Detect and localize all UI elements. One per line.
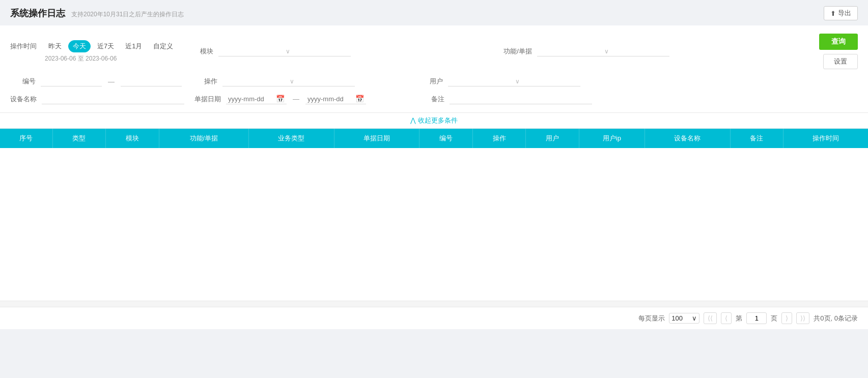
total-info: 共0页, 0条记录 — [814, 314, 858, 323]
feature-select[interactable]: ∨ — [537, 47, 669, 56]
per-page-value: 100 — [671, 314, 683, 322]
header-left: 系统操作日志 支持2020年10月31日之后产生的操作日志 — [10, 7, 184, 19]
table-header-row: 序号 类型 模块 功能/单据 业务类型 单据日期 编号 操作 用户 用户ip 设… — [0, 129, 868, 148]
col-seq: 序号 — [0, 129, 52, 148]
scrollbar-inner — [0, 301, 868, 302]
col-biz-type: 业务类型 — [249, 129, 334, 148]
doc-date-filter: 单据日期 📅 — 📅 — [194, 94, 409, 104]
col-operation: 操作 — [472, 129, 525, 148]
page-title: 系统操作日志 — [10, 7, 65, 19]
time-btn-1month[interactable]: 近1月 — [121, 40, 147, 52]
user-select[interactable]: ∨ — [448, 77, 580, 86]
user-arrow-icon: ∨ — [515, 78, 578, 85]
module-select[interactable]: ∨ — [218, 47, 351, 56]
date-end-input[interactable] — [307, 95, 353, 103]
export-icon: ⬆ — [830, 10, 836, 17]
col-user-ip: 用户ip — [579, 129, 645, 148]
query-button[interactable]: 查询 — [819, 34, 858, 50]
time-btn-today[interactable]: 今天 — [68, 40, 91, 52]
remark-label: 备注 — [419, 95, 450, 104]
page-first-button[interactable]: ⟨⟨ — [704, 312, 717, 324]
date-start-wrap: 📅 — [226, 94, 287, 104]
time-range-display: 2023-06-06 至 2023-06-06 — [45, 55, 117, 62]
page-label: 第 — [736, 314, 742, 323]
per-page-label: 每页显示 — [638, 314, 665, 323]
page-number-input[interactable] — [746, 312, 767, 324]
time-filter: 操作时间 昨天 今天 近7天 近1月 自定义 2023-06-06 至 2023… — [10, 40, 178, 63]
filter-panel: 操作时间 昨天 今天 近7天 近1月 自定义 2023-06-06 至 2023… — [0, 25, 868, 113]
empty-area — [0, 148, 868, 301]
page-unit: 页 — [771, 314, 777, 323]
page-next-button[interactable]: ⟩ — [781, 312, 792, 324]
operation-arrow-icon: ∨ — [290, 78, 353, 85]
page-prev-button[interactable]: ⟨ — [721, 312, 732, 324]
module-label: 模块 — [188, 47, 218, 56]
pagination-bar: 每页显示 100 ∨ ⟨⟨ ⟨ 第 页 ⟩ ⟩⟩ 共0页, 0条记录 — [0, 307, 868, 329]
calendar-start-icon[interactable]: 📅 — [276, 95, 285, 103]
table-wrap: 序号 类型 模块 功能/单据 业务类型 单据日期 编号 操作 用户 用户ip 设… — [0, 129, 868, 301]
table-header: 序号 类型 模块 功能/单据 业务类型 单据日期 编号 操作 用户 用户ip 设… — [0, 129, 868, 148]
user-filter: 用户 ∨ — [417, 77, 633, 86]
action-buttons: 查询 设置 — [819, 34, 858, 69]
horizontal-scrollbar[interactable] — [0, 301, 868, 307]
time-label: 操作时间 — [10, 42, 42, 51]
number-start-input[interactable] — [41, 76, 102, 86]
page-last-button[interactable]: ⟩⟩ — [796, 312, 809, 324]
time-btn-custom[interactable]: 自定义 — [149, 40, 178, 52]
remark-filter: 备注 — [419, 94, 633, 104]
feature-filter: 功能/单据 ∨ — [503, 47, 809, 56]
number-label: 编号 — [10, 77, 41, 86]
time-btn-yesterday[interactable]: 昨天 — [44, 40, 66, 52]
page-subtitle: 支持2020年10月31日之后产生的操作日志 — [71, 10, 184, 19]
date-end-wrap: 📅 — [305, 94, 366, 104]
per-page-select[interactable]: 100 ∨ — [669, 313, 699, 324]
col-op-time: 操作时间 — [783, 129, 868, 148]
per-page-arrow-icon: ∨ — [692, 314, 697, 322]
number-end-input[interactable] — [121, 76, 182, 86]
export-button[interactable]: ⬆ 导出 — [824, 6, 858, 20]
operation-label: 操作 — [192, 77, 222, 86]
device-input[interactable] — [42, 94, 184, 104]
col-number: 编号 — [419, 129, 472, 148]
operation-filter: 操作 ∨ — [192, 77, 407, 86]
remark-input[interactable] — [450, 94, 592, 104]
operation-select[interactable]: ∨ — [222, 77, 355, 86]
collapse-label: 收起更多条件 — [418, 117, 458, 124]
module-filter: 模块 ∨ — [188, 47, 493, 56]
doc-date-label: 单据日期 — [194, 95, 226, 104]
col-doc-date: 单据日期 — [334, 129, 419, 148]
collapse-icon: ⋀ — [410, 117, 416, 124]
col-feature: 功能/单据 — [159, 129, 248, 148]
settings-button[interactable]: 设置 — [823, 54, 858, 69]
feature-arrow-icon: ∨ — [604, 48, 667, 55]
number-range: — — [41, 76, 182, 86]
calendar-end-icon[interactable]: 📅 — [355, 95, 364, 103]
module-arrow-icon: ∨ — [286, 48, 349, 55]
data-table: 序号 类型 模块 功能/单据 业务类型 单据日期 编号 操作 用户 用户ip 设… — [0, 129, 868, 148]
number-filter: 编号 — — [10, 76, 182, 86]
date-dash: — — [293, 95, 299, 103]
device-filter: 设备名称 — [10, 94, 184, 104]
col-type: 类型 — [52, 129, 105, 148]
page-header: 系统操作日志 支持2020年10月31日之后产生的操作日志 ⬆ 导出 — [0, 0, 868, 25]
time-buttons: 昨天 今天 近7天 近1月 自定义 — [44, 40, 178, 52]
device-label: 设备名称 — [10, 95, 42, 104]
col-user: 用户 — [526, 129, 579, 148]
col-module: 模块 — [106, 129, 159, 148]
date-start-input[interactable] — [228, 95, 274, 103]
col-remark: 备注 — [730, 129, 783, 148]
collapse-bar[interactable]: ⋀ 收起更多条件 — [0, 113, 868, 129]
user-label: 用户 — [417, 77, 448, 86]
time-btn-7days[interactable]: 近7天 — [93, 40, 119, 52]
number-dash: — — [108, 78, 115, 85]
feature-label: 功能/单据 — [503, 47, 537, 56]
col-device: 设备名称 — [645, 129, 730, 148]
